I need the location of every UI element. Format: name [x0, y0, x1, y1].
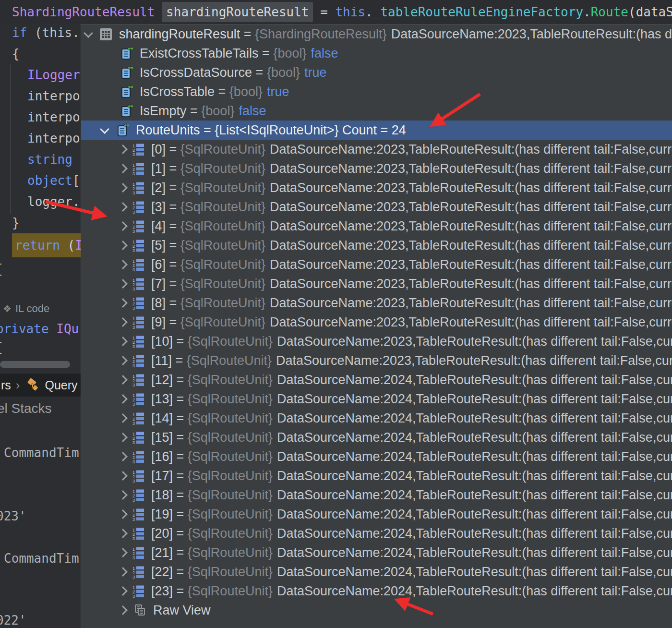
- chevron-right-icon[interactable]: [118, 394, 128, 404]
- tree-item-array-element[interactable]: 1 2 3 [8] = {SqlRouteUnit}DataSourceName…: [81, 293, 672, 313]
- element-value: DataSourceName:2024,TableRouteResult:(ha…: [277, 545, 672, 560]
- property-type: {bool}: [273, 46, 306, 61]
- element-value: DataSourceName:2023,TableRouteResult:(ha…: [270, 315, 672, 330]
- chevron-right-icon[interactable]: [118, 567, 128, 577]
- tree-item-array-element[interactable]: 1 2 3 [5] = {SqlRouteUnit}DataSourceName…: [81, 236, 672, 255]
- chevron-right-icon[interactable]: [118, 548, 128, 557]
- tree-item-array-element[interactable]: 1 2 3 [2] = {SqlRouteUnit}DataSourceName…: [81, 178, 672, 197]
- property-icon: [120, 66, 133, 79]
- equals-sign: =: [166, 315, 180, 330]
- il-code-hint[interactable]: ❖ IL code: [3, 298, 49, 319]
- tree-item-routeunits-selected[interactable]: RouteUnits = {List<ISqlRouteUnit>} Count…: [81, 121, 672, 140]
- chevron-down-icon[interactable]: [84, 28, 93, 38]
- tree-item-array-element[interactable]: 1 2 3 [11] = {SqlRouteUnit}DataSourceNam…: [81, 351, 672, 370]
- element-value: DataSourceName:2023,TableRouteResult:(ha…: [270, 277, 672, 291]
- element-value: DataSourceName:2023,TableRouteResult:(ha…: [270, 161, 672, 176]
- query-icon: [25, 377, 40, 393]
- tree-item-array-element[interactable]: 1 2 3 [9] = {SqlRouteUnit}DataSourceName…: [81, 313, 672, 332]
- tree-item-array-element[interactable]: 1 2 3 [19] = {SqlRouteUnit}DataSourceNam…: [81, 505, 672, 524]
- chevron-right-icon[interactable]: [118, 317, 128, 327]
- code-dot: .: [365, 5, 373, 19]
- property-value: true: [304, 65, 327, 80]
- tree-item-root[interactable]: shardingRouteResult = {ShardingRouteResu…: [81, 24, 672, 44]
- tree-item-array-element[interactable]: 1 2 3 [0] = {SqlRouteUnit}DataSourceName…: [81, 140, 672, 159]
- tree-item-property[interactable]: IsEmpty = {bool}false: [81, 101, 672, 121]
- tree-item-array-element[interactable]: 1 2 3 [23] = {SqlRouteUnit}DataSourceNam…: [81, 581, 672, 601]
- tree-item-array-element[interactable]: 1 2 3 [21] = {SqlRouteUnit}DataSourceNam…: [81, 543, 672, 562]
- breadcrumb-item-clipped[interactable]: rs: [1, 378, 11, 392]
- numbered-list-icon: 1 2 3: [132, 239, 144, 252]
- object-bracket: [: [72, 173, 80, 188]
- kebab-menu-icon[interactable]: ⋮: [77, 397, 81, 421]
- tree-item-array-element[interactable]: 1 2 3 [18] = {SqlRouteUnit}DataSourceNam…: [81, 485, 672, 505]
- horizontal-scrollbar[interactable]: [0, 361, 70, 368]
- chevron-right-icon[interactable]: [118, 356, 128, 365]
- tree-item-array-element[interactable]: 1 2 3 [3] = {SqlRouteUnit}DataSourceName…: [81, 197, 672, 217]
- chevron-right-icon[interactable]: [118, 471, 128, 481]
- breadcrumb: rs › Query: [0, 374, 81, 397]
- element-index: [8]: [151, 296, 166, 311]
- tree-item-array-element[interactable]: 1 2 3 [10] = {SqlRouteUnit}DataSourceNam…: [81, 332, 672, 351]
- chevron-right-icon[interactable]: [118, 298, 128, 308]
- tree-item-array-element[interactable]: 1 2 3 [20] = {SqlRouteUnit}DataSourceNam…: [81, 524, 672, 543]
- code-args: (dataSo: [628, 5, 672, 19]
- svg-text:3: 3: [132, 267, 135, 271]
- chevron-right-icon[interactable]: [118, 337, 128, 346]
- chevron-right-icon[interactable]: [118, 164, 128, 173]
- element-value: DataSourceName:2024,TableRouteResult:(ha…: [277, 526, 672, 541]
- tree-item-array-element[interactable]: 1 2 3 [15] = {SqlRouteUnit}DataSourceNam…: [81, 428, 672, 447]
- code-variable-highlight[interactable]: shardingRouteResult: [162, 2, 312, 22]
- chevron-right-icon[interactable]: [118, 452, 128, 461]
- equals-sign: =: [166, 219, 180, 234]
- element-type: {SqlRouteUnit}: [188, 411, 273, 426]
- element-value: DataSourceName:2024,TableRouteResult:(ha…: [277, 507, 672, 522]
- tree-item-array-element[interactable]: 1 2 3 [17] = {SqlRouteUnit}DataSourceNam…: [81, 466, 672, 485]
- tree-item-property[interactable]: ExistCrossTableTails = {bool}false: [81, 44, 672, 63]
- tree-item-property[interactable]: IsCrossTable = {bool}true: [81, 82, 672, 101]
- code-line-open-brace: {: [12, 43, 20, 64]
- tree-item-array-element[interactable]: 1 2 3 [13] = {SqlRouteUnit}DataSourceNam…: [81, 389, 672, 409]
- property-icon: [120, 47, 133, 60]
- string-keyword: string: [27, 152, 72, 167]
- tree-item-array-element[interactable]: 1 2 3 [7] = {SqlRouteUnit}DataSourceName…: [81, 274, 672, 293]
- element-index: [3]: [151, 200, 166, 215]
- chevron-right-icon[interactable]: [118, 279, 128, 289]
- tree-item-array-element[interactable]: 1 2 3 [4] = {SqlRouteUnit}DataSourceName…: [81, 217, 672, 236]
- chevron-right-icon[interactable]: [118, 145, 128, 154]
- element-type: {SqlRouteUnit}: [180, 161, 265, 176]
- chevron-right-icon[interactable]: [118, 221, 128, 231]
- property-value: false: [239, 104, 266, 119]
- tree-item-array-element[interactable]: 1 2 3 [16] = {SqlRouteUnit}DataSourceNam…: [81, 447, 672, 466]
- breadcrumb-item-query[interactable]: Query: [45, 378, 78, 392]
- chevron-right-icon[interactable]: [118, 605, 128, 615]
- code-line-close-brace: }: [12, 212, 20, 233]
- chevron-right-icon[interactable]: [118, 413, 128, 423]
- chevron-right-icon[interactable]: [118, 260, 128, 269]
- tree-item-array-element[interactable]: 1 2 3 [1] = {SqlRouteUnit}DataSourceName…: [81, 159, 672, 178]
- chevron-right-icon[interactable]: [118, 529, 128, 538]
- tree-item-array-element[interactable]: 1 2 3 [6] = {SqlRouteUnit}DataSourceName…: [81, 255, 672, 274]
- chevron-right-icon[interactable]: [118, 183, 128, 193]
- equals-sign: =: [173, 411, 188, 426]
- chevron-right-icon[interactable]: [118, 241, 128, 250]
- chevron-right-icon[interactable]: [118, 375, 128, 385]
- svg-text:3: 3: [132, 497, 135, 502]
- element-index: [18]: [151, 488, 173, 503]
- tree-item-array-element[interactable]: 1 2 3 [22] = {SqlRouteUnit}DataSourceNam…: [81, 562, 672, 581]
- tree-item-raw-view[interactable]: Raw View: [81, 601, 672, 620]
- chevron-right-icon[interactable]: [118, 586, 128, 596]
- chevron-down-icon[interactable]: [100, 124, 109, 134]
- chevron-right-icon[interactable]: [118, 433, 128, 442]
- tree-item-array-element[interactable]: 1 2 3 [12] = {SqlRouteUnit}DataSourceNam…: [81, 370, 672, 389]
- root-value: DataSourceName:2023,TableRouteResult:(ha…: [391, 27, 672, 42]
- tree-item-property[interactable]: IsCrossDataSource = {bool}true: [81, 63, 672, 82]
- chevron-right-icon[interactable]: [118, 490, 128, 500]
- tree-item-array-element[interactable]: 1 2 3 [14] = {SqlRouteUnit}DataSourceNam…: [81, 409, 672, 428]
- element-index: [19]: [151, 507, 173, 522]
- svg-text:3: 3: [132, 478, 135, 483]
- equals-sign: =: [166, 200, 180, 215]
- element-index: [5]: [151, 238, 166, 253]
- ilogger-token: ILogger: [27, 68, 80, 82]
- chevron-right-icon[interactable]: [118, 509, 128, 519]
- chevron-right-icon[interactable]: [118, 202, 128, 212]
